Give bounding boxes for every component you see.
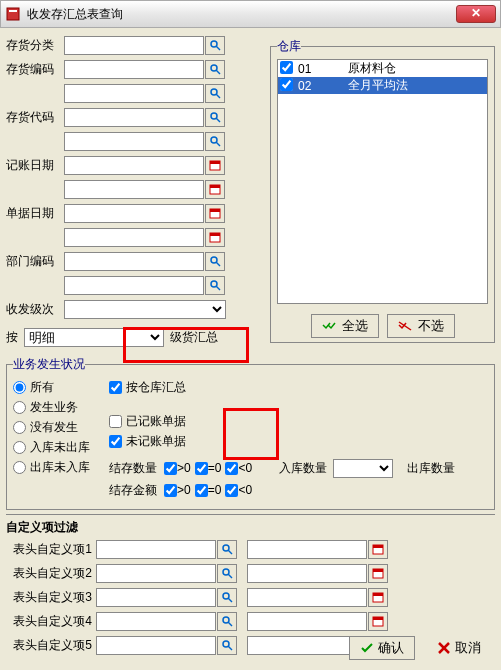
select-none-button[interactable]: 不选: [387, 314, 455, 338]
code-from-lookup[interactable]: [205, 60, 225, 79]
symbol-to-lookup[interactable]: [205, 132, 225, 151]
dept-from[interactable]: [64, 252, 204, 271]
warehouse-row-check[interactable]: [280, 61, 293, 74]
radio-happen[interactable]: 发生业务: [13, 397, 95, 417]
dept-from-lookup[interactable]: [205, 252, 225, 271]
category-from[interactable]: [64, 36, 204, 55]
docdate-from[interactable]: [64, 204, 204, 223]
custom-legend: 自定义项过滤: [6, 517, 495, 538]
custom-from[interactable]: [96, 612, 216, 631]
custom-from[interactable]: [96, 540, 216, 559]
balamt-gt0[interactable]: >0: [164, 483, 191, 497]
balqty-lt0[interactable]: <0: [225, 461, 252, 475]
custom-from-lookup[interactable]: [217, 564, 237, 583]
label-bal-amt: 结存金额: [109, 482, 161, 499]
cancel-button[interactable]: 取消: [427, 636, 491, 660]
code-from[interactable]: [64, 60, 204, 79]
custom-from-lookup[interactable]: [217, 636, 237, 655]
warehouse-row: 01 原材料仓: [278, 60, 487, 77]
warehouse-grid[interactable]: 01 原材料仓 02 全月平均法: [277, 59, 488, 304]
label-docdate: 单据日期: [6, 205, 64, 222]
warehouse-fieldset: 仓库 01 原材料仓 02 全月平均法 全选 不选: [270, 38, 495, 343]
custom-from[interactable]: [96, 588, 216, 607]
custom-label: 表头自定义项2: [6, 565, 96, 582]
radio-none[interactable]: 没有发生: [13, 417, 95, 437]
custom-to-ref[interactable]: [368, 540, 388, 559]
chk-unbooked[interactable]: 未记账单据: [109, 431, 488, 451]
dept-to[interactable]: [64, 276, 204, 295]
in-qty-combo[interactable]: [333, 459, 393, 478]
balamt-eq0[interactable]: =0: [195, 483, 222, 497]
bookdate-from[interactable]: [64, 156, 204, 175]
svg-line-9: [216, 118, 220, 122]
label-out-qty: 出库数量: [407, 460, 455, 477]
svg-line-3: [216, 46, 220, 50]
svg-rect-32: [373, 569, 383, 572]
radio-in-not-out[interactable]: 入库未出库: [13, 437, 95, 457]
docdate-to[interactable]: [64, 228, 204, 247]
svg-rect-40: [373, 617, 383, 620]
symbol-from[interactable]: [64, 108, 204, 127]
dept-to-lookup[interactable]: [205, 276, 225, 295]
chk-booked[interactable]: 已记账单据: [109, 411, 488, 431]
svg-rect-36: [373, 593, 383, 596]
symbol-from-lookup[interactable]: [205, 108, 225, 127]
check-none-icon: [398, 321, 414, 331]
custom-from-lookup[interactable]: [217, 588, 237, 607]
custom-filter-row: 表头自定义项1: [6, 538, 495, 560]
app-icon: [5, 6, 21, 22]
svg-line-38: [228, 622, 232, 626]
warehouse-row: 02 全月平均法: [278, 77, 487, 94]
custom-to-ref[interactable]: [368, 612, 388, 631]
x-icon: [437, 641, 451, 655]
docdate-from-cal[interactable]: [205, 204, 225, 223]
bookdate-from-cal[interactable]: [205, 156, 225, 175]
svg-rect-17: [210, 209, 220, 212]
label-in-qty: 入库数量: [279, 460, 327, 477]
category-from-lookup[interactable]: [205, 36, 225, 55]
warehouse-row-check[interactable]: [280, 78, 293, 91]
svg-line-7: [216, 94, 220, 98]
level-combo[interactable]: [64, 300, 226, 319]
bookdate-to-cal[interactable]: [205, 180, 225, 199]
custom-label: 表头自定义项5: [6, 637, 96, 654]
custom-to[interactable]: [247, 540, 367, 559]
custom-from-lookup[interactable]: [217, 540, 237, 559]
balamt-lt0[interactable]: <0: [225, 483, 252, 497]
svg-rect-13: [210, 161, 220, 164]
label-bal-qty: 结存数量: [109, 460, 161, 477]
chk-by-warehouse[interactable]: 按仓库汇总: [109, 377, 488, 397]
label-symbol: 存货代码: [6, 109, 64, 126]
biz-fieldset: 业务发生状况 所有 发生业务 没有发生 入库未出库 出库未入库 按仓库汇总 已记…: [6, 356, 495, 510]
radio-out-not-in[interactable]: 出库未入库: [13, 457, 95, 477]
balqty-eq0[interactable]: =0: [195, 461, 222, 475]
svg-line-5: [216, 70, 220, 74]
custom-from[interactable]: [96, 636, 216, 655]
svg-line-42: [228, 646, 232, 650]
select-all-button[interactable]: 全选: [311, 314, 379, 338]
close-button[interactable]: ✕: [456, 5, 496, 23]
symbol-to[interactable]: [64, 132, 204, 151]
custom-from-lookup[interactable]: [217, 612, 237, 631]
custom-to[interactable]: [247, 612, 367, 631]
custom-label: 表头自定义项3: [6, 589, 96, 606]
biz-legend: 业务发生状况: [13, 356, 85, 373]
check-icon: [360, 642, 374, 654]
code-to-lookup[interactable]: [205, 84, 225, 103]
radio-all[interactable]: 所有: [13, 377, 95, 397]
custom-from[interactable]: [96, 564, 216, 583]
bookdate-to[interactable]: [64, 180, 204, 199]
label-by: 按: [6, 329, 24, 346]
code-to[interactable]: [64, 84, 204, 103]
custom-to-ref[interactable]: [368, 564, 388, 583]
balqty-gt0[interactable]: >0: [164, 461, 191, 475]
custom-to[interactable]: [247, 588, 367, 607]
label-bookdate: 记账日期: [6, 157, 64, 174]
custom-to-ref[interactable]: [368, 588, 388, 607]
ok-button[interactable]: 确认: [349, 636, 415, 660]
docdate-to-cal[interactable]: [205, 228, 225, 247]
custom-to[interactable]: [247, 564, 367, 583]
svg-line-23: [216, 286, 220, 290]
custom-filter-row: 表头自定义项3: [6, 586, 495, 608]
by-combo[interactable]: 明细: [24, 328, 164, 347]
